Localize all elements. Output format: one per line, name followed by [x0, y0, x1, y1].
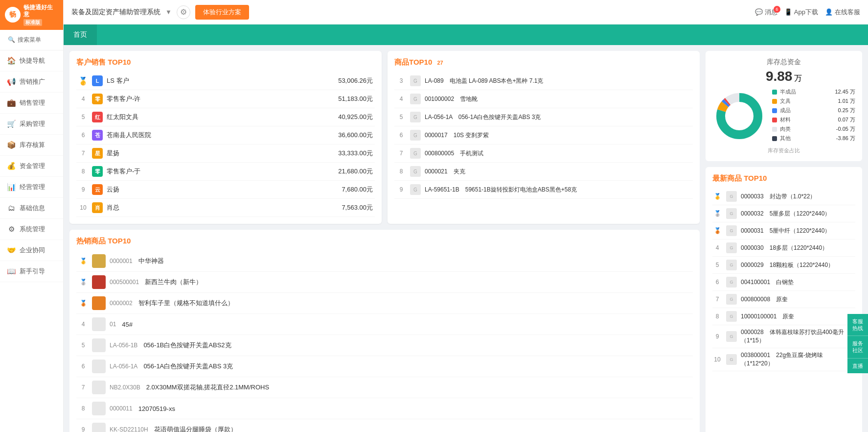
- product-rankings-title: 商品TOP10 27: [394, 58, 693, 67]
- table-row: 5 红 红太阳文具 40,925.00元: [76, 108, 375, 126]
- search-menu-button[interactable]: 🔍 搜索菜单: [5, 34, 58, 46]
- product-thumbnail: G: [726, 354, 737, 365]
- avatar: L: [92, 75, 103, 86]
- logo-title: 畅捷通好生意: [23, 4, 58, 18]
- home-tab[interactable]: 首页: [64, 24, 97, 45]
- legend-dot: [772, 136, 777, 141]
- list-item: 10 G 003800001 22g鱼豆腐-烧烤味（1*12*20）: [712, 348, 855, 371]
- sidebar-nav-item-inventory[interactable]: 📦 库存核算: [0, 135, 63, 156]
- product-thumbnail: [92, 275, 106, 289]
- table-row: 8 G 0000021 夹克: [394, 163, 693, 181]
- online-service-button[interactable]: 👤 在线客服: [825, 8, 860, 17]
- legend-item: 材料 0.07 万: [772, 116, 855, 123]
- table-row: 6 G 0000017 10S 变刹罗紫: [394, 126, 693, 144]
- table-row: 6 苍 苍南县人民医院 36,600.00元: [76, 126, 375, 144]
- donut-chart-container: 半成品 12.45 万 文具 1.01 万 成品 0: [712, 88, 855, 144]
- customer-rankings-list: 🥇 L LS 客户 53,006.26元 4 零 零售客户-许 51,183.0…: [76, 72, 375, 217]
- live-stream-button[interactable]: 直播: [847, 359, 868, 373]
- sidebar-nav-item-home[interactable]: 🏠 快捷导航: [0, 50, 63, 72]
- dropdown-icon[interactable]: ▼: [165, 8, 172, 16]
- page-header: 首页: [64, 24, 868, 45]
- legend-item: 文具 1.01 万: [772, 97, 855, 105]
- list-item: 4 G 0000030 18多层（1220*2440）: [712, 240, 855, 257]
- legend-dot: [772, 108, 777, 113]
- messages-button[interactable]: 💬 消息 6: [755, 8, 777, 17]
- search-icon: 🔍: [8, 36, 15, 43]
- legend-item: 其他 -3.86 万: [772, 135, 855, 142]
- sidebar-logo: 畅 畅捷通好生意 标准版: [0, 0, 63, 30]
- sidebar-nav-item-finance[interactable]: 💰 资金管理: [0, 156, 63, 177]
- customer-service-button[interactable]: 客服热线: [847, 314, 868, 336]
- product-thumbnail: [92, 423, 106, 432]
- hot-products-card: 热销商品 TOP10 🥇 0000001 中华神器 🥈: [69, 230, 700, 432]
- purchase-icon: 🛒: [7, 120, 16, 128]
- sidebar-nav-item-basics[interactable]: 🗂 基础信息: [0, 198, 63, 219]
- inventory-card: 库存总资金 9.88 万: [706, 51, 862, 161]
- mobile-icon: 📱: [784, 8, 792, 16]
- sidebar-nav-item-system[interactable]: ⚙ 系统管理: [0, 219, 63, 240]
- table-row: 4 G 001000002 雪地靴: [394, 90, 693, 108]
- basics-icon: 🗂: [7, 204, 16, 212]
- inventory-unit: 万: [794, 74, 802, 82]
- trial-button[interactable]: 体验行业方案: [195, 5, 249, 20]
- product-thumbnail: G: [726, 260, 737, 270]
- rank-medal-icon: 🥉: [712, 227, 722, 234]
- list-item: 6 LA-056-1A 056-1A白色按键开关盖ABS 3克: [76, 356, 693, 377]
- new-products-title: 最新商品 TOP10: [712, 174, 855, 183]
- finance-icon: 💰: [7, 162, 16, 170]
- rank-medal-icon: 🥉: [78, 300, 88, 307]
- list-item: 🥉 G 0000031 5厘中纤（1220*2440）: [712, 222, 855, 240]
- content-area: 客户销售 TOP10 🥇 L LS 客户 53,006.26元 4: [64, 45, 868, 432]
- topbar: 装备及固定资产辅助管理系统 ▼ ⚙ 体验行业方案 💬 消息 6 📱 App下载 …: [64, 0, 868, 24]
- avatar: 零: [92, 166, 103, 177]
- table-row: 7 G 000800005 手机测试: [394, 144, 693, 163]
- inventory-title: 库存总资金: [767, 58, 801, 66]
- main-columns: 客户销售 TOP10 🥇 L LS 客户 53,006.26元 4: [69, 51, 862, 432]
- sidebar-nav-item-marketing[interactable]: 📢 营销推广: [0, 72, 63, 93]
- sidebar-nav-item-coop[interactable]: 🤝 企业协同: [0, 240, 63, 261]
- service-community-button[interactable]: 服务社区: [847, 336, 868, 359]
- rank-medal-icon: 🥇: [78, 258, 88, 264]
- system-title: 装备及固定资产辅助管理系统: [71, 8, 160, 17]
- list-item: 🥈 G 0000032 5厘多层（1220*2440）: [712, 205, 855, 222]
- table-row: 10 肖 肖总 7,563.00元: [76, 199, 375, 217]
- sidebar-nav-item-guide[interactable]: 📖 新手引导: [0, 261, 63, 282]
- product-thumbnail: G: [410, 148, 421, 159]
- app-download-button[interactable]: 📱 App下载: [784, 8, 818, 17]
- sidebar-nav-item-sales[interactable]: 💼 销售管理: [0, 93, 63, 114]
- list-item: 8 0000011 12070519-xs: [76, 398, 693, 419]
- sales-icon: 💼: [7, 98, 16, 107]
- service-icon: 👤: [825, 8, 833, 16]
- customer-rankings-card: 客户销售 TOP10 🥇 L LS 客户 53,006.26元 4: [69, 51, 382, 224]
- list-item: 🥉 0000002 智利车子里（规格不知道填什么）: [76, 293, 693, 314]
- guide-icon: 📖: [7, 267, 16, 276]
- product-thumbnail: [92, 296, 106, 310]
- management-icon: 📊: [7, 183, 16, 192]
- settings-button[interactable]: ⚙: [177, 5, 190, 19]
- avatar: 云: [92, 184, 103, 195]
- product-thumbnail: G: [726, 191, 737, 202]
- message-icon: 💬: [755, 8, 763, 16]
- search-menu-label: 搜索菜单: [18, 36, 41, 44]
- product-thumbnail: G: [726, 208, 737, 219]
- legend-dot: [772, 90, 777, 95]
- marketing-icon: 📢: [7, 77, 16, 86]
- sidebar-nav-item-management[interactable]: 📊 经营管理: [0, 177, 63, 198]
- float-buttons: 客服热线 服务社区 直播: [847, 314, 868, 373]
- table-row: 🥇 L LS 客户 53,006.26元: [76, 72, 375, 90]
- search-menu-area[interactable]: 🔍 搜索菜单: [0, 30, 63, 50]
- product-thumbnail: G: [726, 277, 737, 288]
- legend-dot: [772, 118, 777, 122]
- legend-item: 肉类 -0.05 万: [772, 125, 855, 133]
- avatar: 零: [92, 94, 103, 104]
- logo-sub: 标准版: [23, 19, 42, 26]
- product-thumbnail: [92, 402, 106, 415]
- list-item: 🥈 000500001 新西兰牛肉（新牛）: [76, 272, 693, 293]
- hot-products-title: 热销商品 TOP10: [76, 237, 693, 246]
- list-item: 4 01 45#: [76, 314, 693, 335]
- legend-dot: [772, 127, 777, 132]
- product-rankings-card: 商品TOP10 27 3 G LA-089 电池盖 LA-089 ABS本色+黑…: [388, 51, 700, 224]
- avatar: 苍: [92, 130, 103, 141]
- sidebar-nav-item-purchase[interactable]: 🛒 采购管理: [0, 114, 63, 135]
- product-thumbnail: [92, 254, 106, 268]
